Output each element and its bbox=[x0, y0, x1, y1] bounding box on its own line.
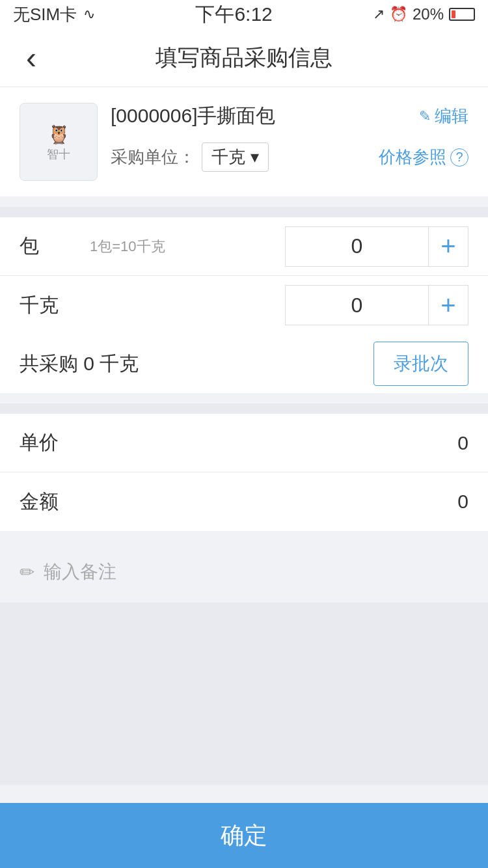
product-header: [0000006]手撕面包 ✎ 编辑 bbox=[111, 103, 468, 129]
summary-section: 共采购 0 千克 录批次 bbox=[0, 334, 488, 393]
product-unit-row: 采购单位： 千克 ▾ 价格参照 ? bbox=[111, 142, 468, 172]
record-batch-button[interactable]: 录批次 bbox=[373, 342, 468, 386]
alarm-icon: ⏰ bbox=[390, 6, 407, 23]
remark-placeholder: 输入备注 bbox=[44, 560, 116, 584]
kg-label: 千克 bbox=[20, 292, 85, 319]
unit-price-row: 单价 0 bbox=[0, 414, 488, 472]
status-left: 无SIM卡 ∿ bbox=[13, 3, 95, 26]
carrier-text: 无SIM卡 bbox=[13, 3, 77, 26]
amount-label: 金额 bbox=[20, 489, 59, 515]
bao-input-right: + bbox=[285, 226, 468, 267]
page-title: 填写商品采购信息 bbox=[156, 43, 332, 73]
kg-quantity-input[interactable] bbox=[285, 285, 428, 325]
unit-select-dropdown[interactable]: 千克 ▾ bbox=[202, 142, 269, 172]
section-divider-2 bbox=[0, 403, 488, 414]
summary-text: 共采购 0 千克 bbox=[20, 351, 139, 377]
section-divider-1 bbox=[0, 207, 488, 217]
product-logo: 🦉 智十 bbox=[47, 124, 70, 160]
product-name: [0000006]手撕面包 bbox=[111, 103, 275, 129]
edit-button[interactable]: ✎ 编辑 bbox=[419, 105, 468, 128]
product-info: [0000006]手撕面包 ✎ 编辑 采购单位： 千克 ▾ 价格参照 ? bbox=[111, 103, 468, 172]
bao-label: 包 bbox=[20, 233, 85, 260]
unit-label: 采购单位： bbox=[111, 146, 195, 169]
bao-quantity-input[interactable] bbox=[285, 226, 428, 267]
nav-bar: ‹ 填写商品采购信息 bbox=[0, 29, 488, 87]
bao-input-row: 包 1包=10千克 + bbox=[0, 217, 488, 276]
status-right: ↗ ⏰ 20% bbox=[373, 5, 475, 23]
back-button[interactable]: ‹ bbox=[20, 33, 43, 82]
battery-icon bbox=[449, 8, 475, 21]
status-bar: 无SIM卡 ∿ 下午6:12 ↗ ⏰ 20% bbox=[0, 0, 488, 29]
amount-value: 0 bbox=[457, 491, 468, 513]
dropdown-icon: ▾ bbox=[251, 147, 259, 167]
confirm-button[interactable]: 确定 bbox=[0, 803, 488, 868]
unit-price-label: 单价 bbox=[20, 429, 59, 456]
unit-value: 千克 bbox=[211, 146, 245, 169]
remark-section[interactable]: ✏ 输入备注 bbox=[0, 541, 488, 603]
battery-percent: 20% bbox=[413, 5, 444, 23]
unit-price-value: 0 bbox=[457, 432, 468, 454]
product-image: 🦉 智十 bbox=[20, 103, 98, 181]
price-detail-section: 单价 0 金额 0 bbox=[0, 414, 488, 531]
amount-row: 金额 0 bbox=[0, 472, 488, 531]
status-time: 下午6:12 bbox=[195, 1, 272, 28]
bottom-filler bbox=[0, 603, 488, 785]
price-ref-button[interactable]: 价格参照 ? bbox=[379, 146, 468, 169]
wifi-icon: ∿ bbox=[83, 6, 95, 23]
bao-plus-button[interactable]: + bbox=[428, 226, 468, 267]
edit-icon: ✎ bbox=[419, 108, 431, 125]
kg-input-right: + bbox=[285, 285, 468, 325]
price-ref-help-icon: ? bbox=[450, 148, 468, 167]
location-icon: ↗ bbox=[373, 6, 385, 23]
quantity-section: 包 1包=10千克 + 千克 + bbox=[0, 217, 488, 334]
product-card: 🦉 智十 [0000006]手撕面包 ✎ 编辑 采购单位： 千克 ▾ 价格参照 … bbox=[0, 87, 488, 197]
kg-plus-button[interactable]: + bbox=[428, 285, 468, 325]
pencil-icon: ✏ bbox=[20, 562, 34, 583]
price-ref-label: 价格参照 bbox=[379, 146, 446, 169]
kg-input-row: 千克 + bbox=[0, 276, 488, 334]
bao-sublabel: 1包=10千克 bbox=[90, 237, 165, 256]
edit-label: 编辑 bbox=[435, 105, 468, 128]
